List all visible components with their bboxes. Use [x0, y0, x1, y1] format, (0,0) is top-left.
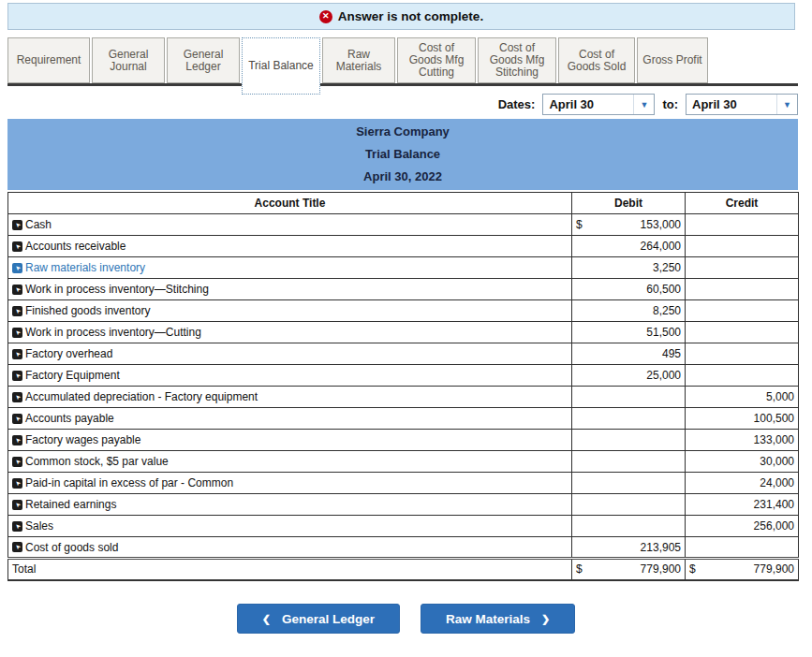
dates-label: Dates:	[498, 97, 536, 111]
credit-cell	[686, 300, 799, 322]
debit-cell: $153,000	[572, 214, 686, 236]
undo-arrow-icon: ➤	[12, 478, 22, 489]
tab-general-ledger[interactable]: General Ledger	[167, 37, 240, 83]
tab-cost-of-goods-mfg-stitching[interactable]: Cost of Goods Mfg Stitching	[478, 37, 556, 83]
table-row: ➤Factory wages payable133,000	[8, 430, 799, 451]
raw-materials-button-label: Raw Materials	[446, 612, 530, 626]
account-label: Retained earnings	[25, 498, 116, 511]
credit-cell	[686, 257, 799, 279]
credit-value: 24,000	[760, 476, 794, 489]
account-label: Accounts receivable	[25, 240, 125, 253]
debit-cell: 25,000	[572, 365, 686, 387]
debit-value: 51,500	[646, 326, 681, 339]
column-header-account-title: Account Title	[8, 193, 572, 214]
debit-cell	[572, 494, 686, 516]
account-label: Accounts payable	[25, 412, 114, 425]
dates-to-select[interactable]: April 30 ▼	[686, 94, 798, 115]
undo-arrow-icon: ➤	[12, 521, 22, 532]
debit-value: 25,000	[646, 369, 681, 382]
undo-arrow-icon: ➤	[12, 241, 22, 252]
account-cell: ➤Work in process inventory—Cutting	[8, 322, 572, 343]
tab-cost-of-goods-mfg-cutting[interactable]: Cost of Goods Mfg Cutting	[397, 37, 476, 83]
bottom-nav: ❮ General Ledger Raw Materials ❯	[0, 604, 812, 634]
total-debit-cell: $ 779,900	[572, 559, 686, 580]
debit-value: 264,000	[641, 240, 681, 253]
general-ledger-button[interactable]: ❮ General Ledger	[237, 604, 400, 634]
debit-cell: 8,250	[572, 300, 686, 322]
dates-to-value: April 30	[687, 97, 737, 111]
credit-cell	[686, 322, 799, 343]
account-link[interactable]: Raw materials inventory	[25, 261, 145, 274]
account-label: Finished goods inventory	[25, 304, 150, 317]
trial-balance-table: Account Title Debit Credit ➤Cash$153,000…	[7, 192, 799, 581]
undo-arrow-icon: ➤	[12, 457, 22, 467]
chevron-right-icon: ❯	[541, 613, 550, 625]
tab-requirement[interactable]: Requirement	[7, 37, 90, 83]
debit-cell: 213,905	[572, 537, 686, 559]
undo-arrow-icon: ➤	[12, 542, 22, 552]
credit-cell: 133,000	[686, 430, 799, 451]
account-label: Work in process inventory—Cutting	[25, 326, 201, 339]
debit-value: 495	[662, 347, 681, 360]
debit-cell: 51,500	[572, 322, 686, 343]
debit-cell: 3,250	[572, 257, 686, 279]
credit-cell	[686, 279, 799, 300]
table-row: ➤Factory Equipment25,000	[8, 365, 799, 387]
account-label: Accumulated depreciation - Factory equip…	[25, 390, 258, 403]
error-circle-x-icon: ✕	[319, 10, 332, 23]
undo-arrow-icon: ➤	[12, 263, 22, 273]
tab-cost-of-goods-sold[interactable]: Cost of Goods Sold	[558, 37, 635, 83]
caret-down-icon: ▼	[776, 95, 797, 114]
account-cell: ➤Paid-in capital in excess of par - Comm…	[8, 473, 572, 494]
undo-arrow-icon: ➤	[12, 392, 22, 402]
debit-value: 8,250	[653, 304, 681, 317]
tab-raw-materials[interactable]: Raw Materials	[322, 37, 395, 83]
error-banner: ✕ Answer is not complete.	[7, 3, 795, 30]
account-cell: ➤Factory overhead	[8, 343, 572, 365]
undo-arrow-icon: ➤	[12, 285, 22, 295]
account-label: Factory Equipment	[25, 369, 120, 382]
credit-value: 133,000	[754, 433, 794, 446]
total-row: Total $ 779,900 $ 779,900	[8, 559, 799, 580]
total-label: Total	[12, 562, 36, 576]
tab-trial-balance[interactable]: Trial Balance	[242, 37, 320, 95]
total-debit-value: 779,900	[641, 562, 681, 576]
account-label: Work in process inventory—Stitching	[25, 283, 209, 296]
credit-cell	[686, 365, 799, 387]
credit-value: 100,500	[754, 412, 794, 425]
credit-cell	[686, 214, 799, 236]
column-header-credit: Credit	[686, 193, 799, 214]
report-date: April 30, 2022	[363, 166, 442, 188]
debit-value: 3,250	[653, 261, 681, 274]
undo-arrow-icon: ➤	[12, 306, 22, 316]
credit-cell: 5,000	[686, 387, 799, 408]
dates-from-select[interactable]: April 30 ▼	[542, 94, 655, 115]
total-credit-cell: $ 779,900	[686, 559, 799, 580]
table-row: ➤Work in process inventory—Cutting51,500	[8, 322, 799, 343]
report-header: Sierra Company Trial Balance April 30, 2…	[7, 119, 798, 190]
dates-row: Dates: April 30 ▼ to: April 30 ▼	[498, 94, 798, 115]
table-body: ➤Cash$153,000➤Accounts receivable264,000…	[8, 214, 799, 559]
credit-value: 5,000	[766, 390, 794, 403]
credit-cell: 30,000	[686, 451, 799, 473]
undo-arrow-icon: ➤	[12, 414, 22, 424]
account-label: Paid-in capital in excess of par - Commo…	[25, 476, 233, 489]
tab-general-journal[interactable]: General Journal	[92, 37, 165, 83]
debit-value: 153,000	[641, 218, 681, 231]
undo-arrow-icon: ➤	[12, 371, 22, 381]
general-ledger-button-label: General Ledger	[282, 612, 375, 626]
account-label: Factory wages payable	[25, 433, 140, 446]
table-row: ➤Cost of goods sold213,905	[8, 537, 799, 559]
account-label: Cash	[25, 218, 52, 231]
tab-gross-profit[interactable]: Gross Profit	[637, 37, 708, 83]
table-row: ➤Work in process inventory—Stitching60,5…	[8, 279, 799, 300]
account-cell: ➤Factory wages payable	[8, 430, 572, 451]
account-cell: ➤Cash	[8, 214, 572, 236]
debit-cell	[572, 451, 686, 473]
raw-materials-button[interactable]: Raw Materials ❯	[421, 604, 575, 634]
table-row: ➤Paid-in capital in excess of par - Comm…	[8, 473, 799, 494]
table-row: ➤Raw materials inventory3,250	[8, 257, 799, 279]
total-credit-currency: $	[689, 562, 696, 576]
debit-cell	[572, 408, 686, 430]
table-row: ➤Accumulated depreciation - Factory equi…	[8, 387, 799, 408]
